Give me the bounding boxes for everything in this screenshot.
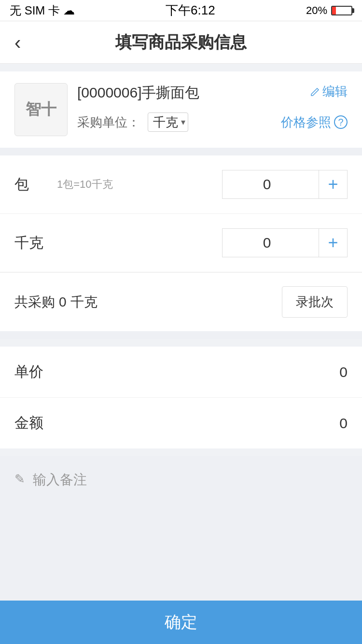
section-divider-2 (0, 331, 362, 339)
total-prefix-label: 共采购 (14, 293, 55, 311)
product-image-text: 智十 (26, 99, 56, 120)
product-card: 智十 [0000006]手撕面包 编辑 采购单位： 千克 (0, 71, 362, 148)
status-right: 20% (306, 4, 352, 17)
quantity-row-kg: 千克 + (0, 214, 362, 272)
qty-plus-bao[interactable]: + (319, 170, 348, 199)
unit-price-value: 0 (339, 364, 348, 380)
edit-button[interactable]: 编辑 (310, 83, 348, 100)
back-button[interactable]: ‹ (14, 33, 21, 52)
confirm-bar[interactable]: 确定 (0, 601, 362, 644)
amount-row: 金额 0 (0, 398, 362, 448)
product-name: [0000006]手撕面包 (77, 83, 310, 103)
unit-select-wrap[interactable]: 千克 (148, 112, 188, 132)
page-title: 填写商品采购信息 (115, 31, 247, 54)
edit-icon (310, 86, 320, 97)
status-time: 下午6:12 (166, 2, 215, 19)
qty-input-wrap-kg: + (222, 228, 348, 257)
price-info-section: 单价 0 金额 0 (0, 347, 362, 448)
quantity-row-bao: 包 1包=10千克 + (0, 155, 362, 214)
qty-sublabel-bao: 1包=10千克 (57, 177, 113, 192)
total-unit-label: 千克 (70, 293, 97, 311)
status-bar: 无 SIM 卡 ☁ 下午6:12 20% (0, 0, 362, 21)
total-value: 0 (59, 294, 67, 310)
qty-input-wrap-bao: + (222, 170, 348, 199)
qty-input-kg[interactable] (222, 228, 319, 257)
qty-label-kg: 千克 (14, 233, 53, 253)
sim-status: 无 SIM 卡 ☁ (10, 3, 75, 18)
product-info: [0000006]手撕面包 编辑 采购单位： 千克 价格参照 ? (77, 83, 348, 132)
quantity-section: 包 1包=10千克 + 千克 + 共采购 0 千克 录批次 (0, 155, 362, 331)
confirm-button-label: 确定 (165, 611, 197, 633)
notes-section[interactable]: ✎ 输入备注 (0, 456, 362, 514)
section-divider-1 (0, 148, 362, 155)
battery-icon (331, 6, 352, 15)
unit-row: 采购单位： 千克 价格参照 ? (77, 112, 348, 132)
total-row: 共采购 0 千克 录批次 (0, 272, 362, 331)
battery-fill (332, 7, 336, 14)
nav-bar: ‹ 填写商品采购信息 (0, 21, 362, 64)
price-ref-button[interactable]: 价格参照 ? (281, 114, 348, 131)
price-ref-label: 价格参照 (281, 114, 331, 131)
unit-price-label: 单价 (14, 362, 43, 382)
notes-placeholder: 输入备注 (33, 471, 87, 489)
unit-label: 采购单位： (77, 114, 140, 131)
amount-value: 0 (339, 415, 348, 432)
battery-percent: 20% (306, 4, 327, 17)
unit-select[interactable]: 千克 (148, 112, 188, 132)
record-batch-button[interactable]: 录批次 (282, 286, 348, 318)
product-image: 智十 (14, 83, 68, 136)
qty-input-bao[interactable] (222, 170, 319, 199)
product-header: [0000006]手撕面包 编辑 (77, 83, 348, 103)
page-content: 智十 [0000006]手撕面包 编辑 采购单位： 千克 (0, 71, 362, 644)
unit-price-row: 单价 0 (0, 347, 362, 398)
price-ref-icon: ? (334, 115, 348, 129)
qty-label-bao: 包 (14, 175, 53, 195)
amount-label: 金额 (14, 413, 43, 433)
notes-icon: ✎ (14, 472, 25, 487)
status-left: 无 SIM 卡 ☁ (10, 3, 75, 18)
qty-plus-kg[interactable]: + (319, 228, 348, 257)
